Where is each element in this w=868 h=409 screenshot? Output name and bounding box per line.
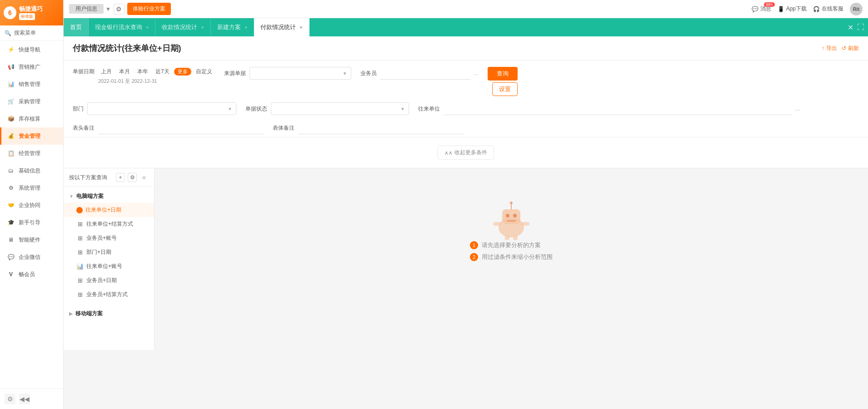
dept-select-arrow: ▼ [228,106,232,111]
source-label: 来源单据 [224,70,246,77]
app-download-btn[interactable]: 📱 App下载 [778,5,807,13]
marketing-icon: 📢 [7,63,15,71]
svg-rect-10 [513,236,518,240]
scheme-panel-icons: + ⚙ « [116,173,149,182]
collapse-filter-btn[interactable]: ∧∧ 收起更多条件 [438,146,494,160]
sidebar-item-basic[interactable]: 🗂 基础信息 [0,162,63,179]
scheme-item-5[interactable]: ⊞ 业务员+日期 [64,273,154,288]
tab-new-scheme[interactable]: 新建方案 × [211,18,254,36]
sidebar-item-inventory[interactable]: 📦 库存核算 [0,110,63,127]
add-scheme-btn[interactable]: + [116,173,125,182]
footer-collapse-icon[interactable]: ◀◀ [19,394,30,404]
scheme-collapse-btn[interactable]: « [140,173,149,182]
desktop-group-arrow: ▼ [69,194,74,199]
scheme-settings-btn[interactable]: ⚙ [128,173,137,182]
sidebar-item-shortcut[interactable]: ⚡ 快捷导航 [0,41,63,58]
close-all-tabs-btn[interactable]: ✕ [848,23,853,32]
date-option-custom[interactable]: 自定义 [193,67,215,76]
tab-receipt-stat[interactable]: 收款情况统计 × [155,18,210,36]
filter-header-note: 表头备注 [73,121,264,134]
expand-btn[interactable]: ⛶ [857,23,864,31]
sidebar-item-wechat[interactable]: 💬 企业微信 [0,248,63,266]
tab-payment-stat[interactable]: 付款情况统计 × [254,18,309,36]
date-option-7days[interactable]: 近7天 [153,67,172,76]
counterparty-label: 往来单位 [418,105,440,113]
profile-dropdown-icon[interactable]: ▼ [105,6,111,12]
scheme-item-2[interactable]: ⊞ 业务员+账号 [64,231,154,245]
hardware-icon: 🖥 [7,236,15,244]
service-btn[interactable]: 🎧 在线客服 [813,5,843,13]
mobile-scheme-group-title[interactable]: ▶ 移动端方案 [64,307,154,320]
enterprise-icon: 🤝 [7,201,15,209]
settings-button[interactable]: 设置 [492,82,518,96]
date-option-this-month[interactable]: 本月 [116,67,133,76]
scheme-table-icon-1: ⊞ [76,221,84,228]
sidebar-item-sales[interactable]: 📊 销售管理 [0,76,63,93]
sidebar-item-marketing[interactable]: 📢 营销推广 [0,58,63,76]
sidebar-item-system[interactable]: ⚙ 系统管理 [0,179,63,197]
sidebar-item-operation[interactable]: 📋 经营管理 [0,145,63,162]
export-button[interactable]: ↑ 导出 [822,45,837,52]
inventory-icon: 📦 [7,115,15,123]
body-note-input[interactable] [298,121,464,134]
tab-new-scheme-close[interactable]: × [244,25,247,30]
wechat-icon: 💬 [7,253,15,261]
topbar-nav: 用户信息 ▼ ⚙ 体验行业方案 [69,3,747,15]
trial-button[interactable]: 体验行业方案 [127,3,171,15]
refresh-button[interactable]: ↺ 刷新 [842,45,859,52]
tab-home[interactable]: 首页 [64,18,89,36]
query-button[interactable]: 查询 [488,67,518,81]
sidebar-item-vip[interactable]: V 畅会员 [0,266,63,283]
scheme-item-6[interactable]: ⊞ 业务员+结算方式 [64,288,154,302]
filter-source: 来源单据 ▼ [224,67,351,80]
topbar-settings-btn[interactable]: ⚙ [114,4,125,15]
desktop-scheme-group-title[interactable]: ▼ 电脑端方案 [64,190,154,203]
scheme-active-icon [76,207,83,213]
sidebar-item-guide[interactable]: 🎓 新手引导 [0,214,63,231]
svg-rect-1 [502,209,520,224]
salesperson-more-btn[interactable]: ... [474,70,479,76]
sales-icon: 📊 [7,80,15,88]
empty-tips: 1 请先选择要分析的方案 2 用过滤条件来缩小分析范围 [470,241,553,265]
mobile-scheme-group: ▶ 移动端方案 [64,304,154,323]
date-label: 单据日期 [73,68,95,76]
counterparty-more-btn[interactable]: ... [795,106,800,112]
date-option-last-month[interactable]: 上月 [98,67,115,76]
sidebar-item-enterprise[interactable]: 🤝 企业协同 [0,197,63,214]
scheme-item-3[interactable]: ⊞ 部门+日期 [64,245,154,259]
source-select[interactable]: ▼ [249,67,351,80]
sidebar-item-hardware[interactable]: 🖥 智能硬件 [0,231,63,248]
scheme-item-4[interactable]: 📊 往来单位+账号 [64,259,154,273]
doc-status-select[interactable]: ▼ [271,102,409,115]
service-icon: 🎧 [813,6,820,12]
filter-row-1: 单据日期 上月 本月 本年 近7天 更多 自定义 2022-01-0 [73,67,859,96]
filter-counterparty: 往来单位 ... [418,102,800,115]
date-option-more[interactable]: 更多 [174,68,191,76]
topbar-profile[interactable]: 用户信息 ▼ [69,4,111,14]
message-btn[interactable]: 💬 消息 99+ [752,5,771,13]
dept-select[interactable]: ▼ [87,102,236,115]
footer-settings-icon[interactable]: ⚙ [5,394,15,404]
date-option-this-year[interactable]: 本年 [135,67,151,76]
sidebar-nav: ⚡ 快捷导航 📢 营销推广 📊 销售管理 🛒 采购管理 📦 库存核算 💰 资金管… [0,41,63,389]
sidebar-item-capital[interactable]: 💰 资金管理 [0,127,63,145]
search-menu[interactable]: 🔍 搜索菜单 [0,25,63,41]
content-body: 按以下方案查询 + ⚙ « ▼ 电脑端方案 往来单位+日期 [64,168,868,350]
sidebar-item-purchase[interactable]: 🛒 采购管理 [0,93,63,110]
doc-status-select-arrow: ▼ [400,106,405,111]
header-note-input[interactable] [98,121,264,134]
tab-receipt-stat-close[interactable]: × [201,25,204,30]
search-icon: 🔍 [5,30,11,36]
tab-cashflow-close[interactable]: × [146,25,149,30]
scheme-item-1[interactable]: ⊞ 往来单位+结算方式 [64,217,154,231]
svg-point-3 [513,214,517,217]
salesperson-input[interactable] [380,67,470,80]
counterparty-input[interactable] [444,102,792,115]
avatar[interactable]: Rit [850,3,863,15]
scheme-item-0[interactable]: 往来单位+日期 [64,203,154,217]
tab-payment-stat-close[interactable]: × [299,25,302,30]
export-icon: ↑ [822,45,824,51]
tab-cashflow[interactable]: 现金银行流水查询 × [89,18,155,36]
message-badge: 99+ [764,2,774,7]
sidebar-brand: 畅捷通巧 标准版 [19,5,43,20]
